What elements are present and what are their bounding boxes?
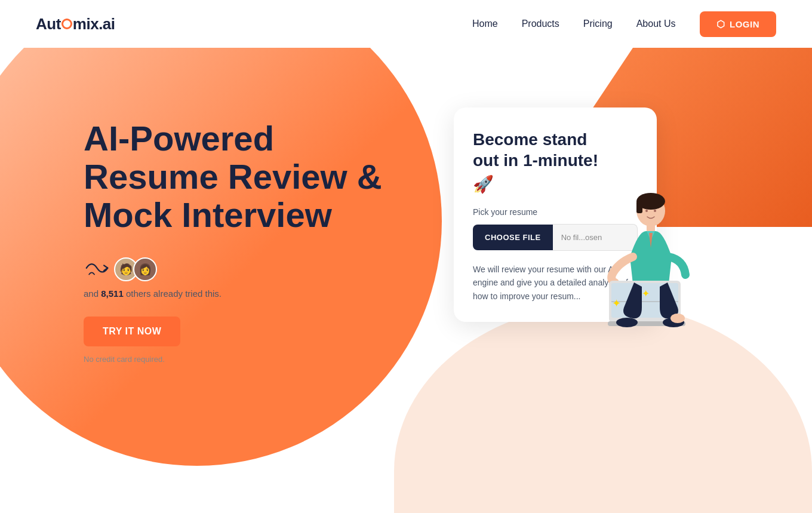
hero-right: Become stand out in 1-minute! 🚀 Pick you…: [454, 107, 657, 322]
svg-rect-2: [636, 201, 642, 213]
hero-title: AI-Powered Resume Review & Mock Intervie…: [84, 119, 418, 234]
login-button[interactable]: ⬡ LOGIN: [700, 11, 777, 37]
hero-content: AI-Powered Resume Review & Mock Intervie…: [0, 48, 812, 400]
svg-point-3: [645, 210, 648, 212]
svg-point-14: [670, 314, 685, 323]
squiggle-arrow-icon: [84, 257, 110, 281]
try-it-now-button[interactable]: TRY IT NOW: [84, 317, 180, 346]
nav-links: Home Products Pricing About Us ⬡ LOGIN: [472, 11, 776, 37]
navbar: Autmix.ai Home Products Pricing About Us…: [0, 0, 812, 48]
hero-left: AI-Powered Resume Review & Mock Intervie…: [84, 96, 418, 364]
no-credit-card-text: No credit card required.: [84, 355, 418, 364]
star-decoration: ✦: [612, 297, 621, 310]
nav-item-pricing[interactable]: Pricing: [583, 19, 613, 29]
avatar-2: 👩: [133, 257, 157, 281]
person-illustration: ✦: [585, 188, 705, 358]
choose-file-button[interactable]: CHOOSE FILE: [473, 225, 553, 250]
nav-item-products[interactable]: Products: [522, 19, 559, 29]
login-icon: ⬡: [716, 19, 725, 30]
avatar-group: 🧑 👩: [114, 257, 157, 281]
svg-point-12: [616, 318, 638, 327]
card-title: Become stand out in 1-minute!: [473, 129, 638, 171]
logo-o-icon: [61, 19, 72, 29]
user-avatars: 🧑 👩: [84, 257, 418, 281]
svg-point-4: [654, 210, 656, 212]
nav-login[interactable]: ⬡ LOGIN: [700, 11, 777, 37]
hero-section: AI-Powered Resume Review & Mock Intervie…: [0, 48, 812, 513]
nav-item-about[interactable]: About Us: [636, 19, 676, 29]
person-svg: ✦: [585, 188, 705, 355]
svg-rect-5: [647, 224, 655, 232]
nav-item-home[interactable]: Home: [472, 19, 498, 29]
logo[interactable]: Autmix.ai: [36, 15, 115, 33]
svg-text:✦: ✦: [642, 288, 650, 299]
tried-count-text: and 8,511 others already tried this.: [84, 288, 418, 299]
